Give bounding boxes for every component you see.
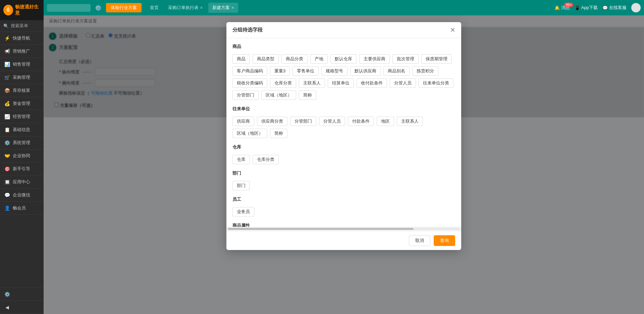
modal-horizontal-scrollbar[interactable] [226,227,461,231]
field-tag[interactable]: 主要供应商 [359,54,390,64]
sidebar-item-purchase[interactable]: 🛒 采购管理 [0,71,44,84]
notification-item[interactable]: 🔔 消息 99+ [554,5,570,11]
cancel-button[interactable]: 取消 [409,235,430,246]
modal-body[interactable]: 商品商品商品类型商品分类产地默认仓库主要供应商批次管理保质期管理客户商品编码重量… [226,38,461,227]
modal-close-button[interactable]: ✕ [450,27,455,33]
sidebar-logo: 6 畅捷通好生意 [0,0,44,20]
app-download-item[interactable]: 📱 App下载 [575,5,598,11]
field-tag[interactable]: 仓库分类 [270,78,296,88]
sidebar-item-app-center[interactable]: 🔲 应用中心 [0,176,44,189]
field-tag[interactable]: 商品类型 [253,54,279,64]
sidebar-item-guide[interactable]: 🎯 新手引导 [0,163,44,176]
tab-new-plan[interactable]: 新建方案 ✕ [208,3,238,13]
online-service-label: 在线客服 [609,5,627,11]
modal-section-department: 部门部门 [232,170,455,190]
field-tag[interactable]: 仓库 [232,155,250,164]
section-tags-goods: 商品商品类型商品分类产地默认仓库主要供应商批次管理保质期管理客户商品编码重量3零… [232,54,455,100]
section-tags-partner: 供应商供应商分类分管部门分管人员付款条件地区主联系人区域（地区）简称 [232,117,455,138]
sidebar-item-base[interactable]: 📋 基础信息 [0,123,44,136]
field-tag[interactable]: 供应商 [232,117,254,126]
sidebar-label-member: 畅会员 [13,205,26,211]
field-tag[interactable]: 税收分类编码 [232,78,267,88]
sidebar-item-member[interactable]: 👤 畅会员 [0,202,44,215]
field-tag[interactable]: 地区 [377,117,394,126]
field-tag[interactable]: 收付款条件 [357,78,387,88]
app-download-label: App下载 [581,5,598,11]
field-tag[interactable]: 默认仓库 [330,54,357,64]
header-settings-icon[interactable]: ⚙️ [95,5,102,11]
field-tag[interactable]: 简称 [270,129,287,138]
app-name: 畅捷通好生意 [15,4,40,16]
sidebar-search[interactable]: 🔍 搜索菜单 [0,20,44,32]
field-tag[interactable]: 区域（地区） [261,90,296,100]
field-tag[interactable]: 往来单位分类 [419,78,453,88]
tab-label-purchase-order: 采购订单执行表 [168,5,199,11]
user-avatar[interactable] [631,3,641,12]
header-search-input[interactable] [47,4,91,12]
tab-purchase-order[interactable]: 采购订单执行表 ✕ [164,3,207,13]
field-tag[interactable]: 客户商品编码 [232,66,267,76]
field-tag[interactable]: 默认供应商 [350,66,381,76]
field-tag[interactable]: 拣货积分 [412,66,438,76]
member-icon: 👤 [4,205,10,211]
field-tag[interactable]: 零售单位 [292,66,319,76]
header-nav: ⚙️ 体验行业方案 首页采购订单执行表 ✕新建方案 ✕ [47,3,554,13]
notification-icon: 🔔 [554,5,560,10]
sidebar-item-system[interactable]: ⚙️ 系统管理 [0,136,44,149]
modal-title: 分组待选字段 [232,27,263,33]
field-tag[interactable]: 规格型号 [321,66,347,76]
field-tag[interactable]: 部门 [232,181,250,190]
section-tags-department: 部门 [232,181,455,190]
sidebar-item-finance[interactable]: 💰 资金管理 [0,97,44,110]
partner-icon: 🤝 [4,153,10,159]
sidebar-item-quick-nav[interactable]: ⚡ 快捷导航 [0,32,44,45]
field-tag[interactable]: 简称 [299,90,316,100]
field-tag[interactable]: 保质期管理 [421,54,452,64]
section-tags-employee: 业务员 [232,207,455,216]
sidebar-item-inventory[interactable]: 📦 库存核算 [0,84,44,97]
tab-home[interactable]: 首页 [146,3,163,13]
confirm-button[interactable]: 查询 [434,235,455,246]
sidebar-item-collapse[interactable]: ◀ [0,301,44,314]
sidebar-item-settings[interactable]: ⚙️ [0,288,44,301]
sidebar-item-wechat[interactable]: 💬 企业微信 [0,189,44,202]
online-service-item[interactable]: 💬 在线客服 [602,5,627,11]
field-tag[interactable]: 分管部门 [290,117,316,126]
phone-icon: 📱 [575,5,580,10]
field-tag[interactable]: 区域（地区） [232,129,267,138]
marketing-icon: 📢 [4,48,10,54]
sidebar-item-marketing[interactable]: 📢 营销推广 [0,45,44,58]
field-tag[interactable]: 业务员 [232,207,254,216]
modal-section-goods: 商品商品商品类型商品分类产地默认仓库主要供应商批次管理保质期管理客户商品编码重量… [232,44,455,100]
modal-section-goods-attr: 商品属性属性颜色多规格尺码鞋码1 [232,223,455,227]
field-tag[interactable]: 批次管理 [392,54,419,64]
app-center-icon: 🔲 [4,179,10,185]
sidebar-item-partner[interactable]: 🤝 企业协同 [0,149,44,163]
field-tag[interactable]: 商品分类 [281,54,308,64]
field-tag[interactable]: 商品 [232,54,250,64]
tab-close-new-plan[interactable]: ✕ [231,6,234,10]
field-tag[interactable]: 主联系人 [397,117,423,126]
field-tag[interactable]: 重量3 [270,66,290,76]
field-tag[interactable]: 分管部门 [232,90,259,100]
main-content: 采购订单执行表方案设置 1 选择模板 汇总表 交叉统计表 2 方案配置 汇总维度… [44,15,644,314]
sidebar-item-sales[interactable]: 📊 销售管理 [0,58,44,71]
quick-nav-icon: ⚡ [4,35,10,41]
field-tag[interactable]: 分管人员 [390,78,416,88]
tab-close-purchase-order[interactable]: ✕ [200,6,203,10]
field-tag[interactable]: 分管人员 [319,117,345,126]
sidebar-label-guide: 新手引导 [13,166,30,172]
field-tag[interactable]: 结算单位 [328,78,354,88]
service-icon: 💬 [602,5,608,10]
field-tag[interactable]: 仓库分类 [253,155,279,164]
modal: 分组待选字段 ✕ 商品商品商品类型商品分类产地默认仓库主要供应商批次管理保质期管… [226,22,461,250]
field-tag[interactable]: 主联系人 [299,78,325,88]
sidebar-item-operations[interactable]: 📈 经营管理 [0,110,44,123]
trial-button[interactable]: 体验行业方案 [106,3,142,12]
sidebar-label-app-center: 应用中心 [13,179,30,185]
field-tag[interactable]: 商品别名 [383,66,410,76]
field-tag[interactable]: 供应商分类 [257,117,287,126]
sidebar-label-wechat: 企业微信 [13,192,30,198]
field-tag[interactable]: 产地 [310,54,328,64]
field-tag[interactable]: 付款条件 [348,117,374,126]
